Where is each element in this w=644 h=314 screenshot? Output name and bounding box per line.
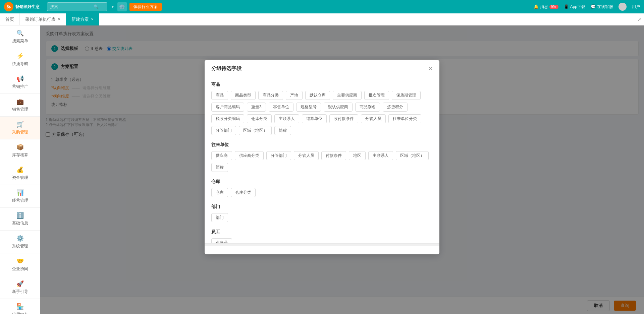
basic-info-icon: ℹ️ [16, 212, 24, 219]
field-tag[interactable]: 供应商分类 [235, 151, 264, 160]
field-group-employee: 员工 业务员 [211, 229, 433, 243]
modal-horizontal-scrollbar[interactable] [205, 243, 439, 246]
group-product-title: 商品 [211, 81, 433, 87]
field-tag[interactable]: 规格型号 [296, 103, 321, 112]
sidebar-item-finance[interactable]: 💰 资金管理 [0, 162, 40, 185]
sidebar-item-purchase[interactable]: 🛒 采购管理 [0, 117, 40, 139]
field-tag[interactable]: 零售单位 [269, 103, 293, 112]
nav-tabs: 首页 采购订单执行表 ✕ 新建方案 ✕ — ⤢ [0, 13, 644, 25]
sidebar-item-app-center[interactable]: 🏪 应用中心 [0, 299, 40, 314]
field-tag[interactable]: 分管人员 [361, 114, 386, 123]
field-tag[interactable]: 仓库分类 [247, 114, 272, 123]
sidebar-item-basic-info[interactable]: ℹ️ 基础信息 [0, 208, 40, 231]
field-tag[interactable]: 主要供应商 [333, 91, 362, 100]
field-tag[interactable]: 往来单位分类 [388, 114, 421, 123]
tab-home[interactable]: 首页 [0, 13, 20, 25]
top-header: 标 畅销酒好生意 🔍 ▼ ⚙️ 体验行业方案 🔔 消息 99+ 📱 App下载 … [0, 0, 644, 13]
field-tag[interactable]: 区域（地区） [239, 126, 272, 135]
field-selection-modal: 分组待选字段 ✕ 商品 商品 商品类型 商品分类 产地 默认仓库 主要供应商 批… [205, 60, 439, 254]
tab-new-plan-close-icon[interactable]: ✕ [91, 17, 94, 21]
sidebar-item-label: 快捷导航 [12, 61, 28, 67]
field-tag[interactable]: 主联系人 [274, 114, 299, 123]
field-tag[interactable]: 简称 [274, 126, 291, 135]
sidebar-item-label: 采购管理 [12, 129, 28, 135]
field-tag[interactable]: 收付款条件 [329, 114, 358, 123]
field-tag[interactable]: 区域（地区） [396, 151, 429, 160]
sidebar-item-label: 销售管理 [12, 107, 28, 112]
tab-purchase-order[interactable]: 采购订单执行表 ✕ [20, 13, 66, 25]
field-tag[interactable]: 仓库分类 [231, 188, 256, 197]
product-fields: 商品 商品类型 商品分类 产地 默认仓库 主要供应商 批次管理 保质期管理 客户… [211, 91, 433, 135]
sidebar-item-marketing[interactable]: 📢 营销推广 [0, 71, 40, 94]
field-tag[interactable]: 炼货积分 [383, 103, 408, 112]
group-partner-title: 往来单位 [211, 142, 433, 148]
field-tag[interactable]: 商品别名 [355, 103, 380, 112]
support-label: 在线客服 [597, 4, 613, 10]
avatar[interactable] [619, 3, 627, 11]
sidebar-item-label: 经营管理 [12, 198, 28, 203]
online-support-button[interactable]: 💬 在线客服 [591, 4, 613, 10]
field-tag[interactable]: 批次管理 [364, 91, 389, 100]
app-center-icon: 🏪 [16, 303, 24, 310]
field-tag[interactable]: 付款条件 [321, 151, 346, 160]
field-tag[interactable]: 供应商 [211, 151, 232, 160]
field-tag[interactable]: 分管部门 [266, 151, 291, 160]
modal-close-button[interactable]: ✕ [428, 65, 433, 72]
sidebar-item-label: 搜索菜单 [12, 38, 28, 44]
notification-button[interactable]: 🔔 消息 99+ [534, 4, 558, 10]
app-download-button[interactable]: 📱 App下载 [564, 4, 585, 10]
field-tag[interactable]: 结算单位 [302, 114, 327, 123]
field-tag[interactable]: 商品类型 [231, 91, 256, 100]
sidebar-item-search[interactable]: 🔍 搜索菜单 [0, 25, 40, 48]
sidebar-item-quick-nav[interactable]: ⚡ 快捷导航 [0, 48, 40, 71]
department-fields: 部门 [211, 213, 433, 222]
field-tag[interactable]: 部门 [211, 213, 228, 222]
employee-fields: 业务员 [211, 238, 433, 243]
experience-button[interactable]: 体验行业方案 [129, 3, 162, 11]
user-name: 用户 [632, 4, 640, 10]
partner-fields: 供应商 供应商分类 分管部门 分管人员 付款条件 地区 主联系人 区域（地区） … [211, 151, 433, 172]
field-tag[interactable]: 客户商品编码 [211, 103, 244, 112]
operations-icon: 📊 [16, 189, 24, 196]
field-tag[interactable]: 简称 [211, 163, 228, 172]
field-tag[interactable]: 商品分类 [258, 91, 283, 100]
modal-title: 分组待选字段 [211, 65, 241, 72]
dropdown-arrow-icon[interactable]: ▼ [111, 4, 115, 9]
minimize-icon[interactable]: — [630, 17, 635, 22]
guide-icon: 🚀 [16, 280, 24, 288]
field-group-partner: 往来单位 供应商 供应商分类 分管部门 分管人员 付款条件 地区 主联系人 区域… [211, 142, 433, 172]
sidebar-item-enterprise[interactable]: 🤝 企业协同 [0, 253, 40, 276]
field-tag[interactable]: 默认供应商 [324, 103, 353, 112]
sidebar-item-label: 基础信息 [12, 221, 28, 226]
settings-button[interactable]: ⚙️ [117, 2, 127, 11]
field-tag[interactable]: 产地 [286, 91, 303, 100]
sidebar-item-system[interactable]: ⚙️ 系统管理 [0, 231, 40, 253]
field-tag[interactable]: 业务员 [211, 238, 232, 243]
expand-icon[interactable]: ⤢ [637, 17, 641, 22]
field-tag[interactable]: 分管部门 [211, 126, 236, 135]
search-input[interactable] [50, 4, 94, 9]
logo-text: 畅销酒好生意 [15, 4, 40, 10]
search-bar[interactable]: 🔍 [47, 2, 107, 11]
sidebar-item-guide[interactable]: 🚀 新手引导 [0, 276, 40, 299]
tab-purchase-close-icon[interactable]: ✕ [58, 17, 60, 21]
sidebar-item-label: 企业协同 [12, 266, 28, 272]
field-tag[interactable]: 保质期管理 [392, 91, 421, 100]
field-tag[interactable]: 重量3 [247, 103, 266, 112]
inventory-icon: 📦 [16, 143, 24, 151]
sidebar-item-inventory[interactable]: 📦 库存核算 [0, 139, 40, 162]
field-tag[interactable]: 税收分类编码 [211, 114, 244, 123]
sidebar-item-sales[interactable]: 💼 销售管理 [0, 94, 40, 117]
support-icon: 💬 [591, 4, 596, 9]
field-tag[interactable]: 分管人员 [294, 151, 319, 160]
field-tag[interactable]: 主联系人 [368, 151, 393, 160]
download-icon: 📱 [564, 4, 569, 9]
field-tag[interactable]: 商品 [211, 91, 228, 100]
sidebar-item-operations[interactable]: 📊 经营管理 [0, 185, 40, 208]
field-tag[interactable]: 地区 [349, 151, 366, 160]
field-tag[interactable]: 默认仓库 [305, 91, 330, 100]
search-menu-icon: 🔍 [16, 29, 24, 37]
field-tag[interactable]: 仓库 [211, 188, 228, 197]
purchase-icon: 🛒 [16, 121, 24, 128]
tab-new-plan[interactable]: 新建方案 ✕ [66, 13, 99, 25]
